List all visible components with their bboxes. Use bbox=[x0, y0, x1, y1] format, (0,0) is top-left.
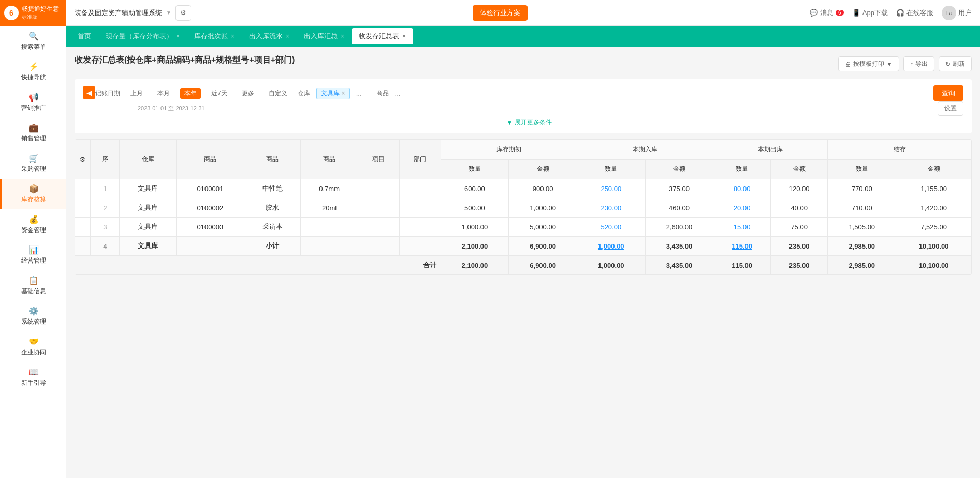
cell-open-amt: 6,900.00 bbox=[509, 237, 577, 256]
date-last-month[interactable]: 上月 bbox=[126, 88, 147, 99]
sidebar-item-finance[interactable]: 💰资金管理 bbox=[0, 209, 66, 240]
tab-close-batch[interactable]: × bbox=[231, 33, 235, 40]
cell-out-qty[interactable]: 20.00 bbox=[713, 198, 771, 218]
sidebar-item-cooperation[interactable]: 🤝企业协同 bbox=[0, 331, 66, 362]
cell-project bbox=[358, 179, 399, 198]
cell-close-qty: 710.00 bbox=[828, 198, 896, 218]
sidebar-icon-marketing: 📢 bbox=[28, 92, 39, 102]
tab-inout-flow[interactable]: 出入库流水× bbox=[242, 28, 297, 44]
online-service-button[interactable]: 🎧 在线客服 bbox=[896, 8, 933, 18]
sidebar-item-search[interactable]: 🔍搜索菜单 bbox=[0, 26, 66, 56]
footer-open-amt: 6,900.00 bbox=[509, 256, 577, 275]
sidebar-item-marketing[interactable]: 📢营销推广 bbox=[0, 87, 66, 118]
footer-out-qty: 115.00 bbox=[713, 256, 771, 275]
sidebar-item-operations[interactable]: 📊经营管理 bbox=[0, 240, 66, 270]
print-dropdown-icon: ▼ bbox=[886, 61, 893, 68]
sidebar-item-guide[interactable]: 📖新手引导 bbox=[0, 362, 66, 393]
cell-open-qty: 600.00 bbox=[441, 179, 509, 198]
warehouse-dots[interactable]: ... bbox=[356, 90, 362, 97]
cell-in-qty[interactable]: 1,000.00 bbox=[577, 237, 645, 256]
export-button[interactable]: ↑ 导出 bbox=[903, 56, 934, 71]
tab-close-inout-flow[interactable]: × bbox=[286, 33, 289, 40]
system-name: 装备及固定资产辅助管理系统 bbox=[75, 8, 162, 18]
page-title: 收发存汇总表(按仓库+商品编码+商品+规格型号+项目+部门) bbox=[75, 55, 295, 66]
sidebar-icon-guide: 📖 bbox=[28, 367, 39, 377]
cell-out-qty[interactable]: 15.00 bbox=[713, 218, 771, 237]
tab-inout-summary[interactable]: 出入库汇总× bbox=[297, 28, 352, 44]
cell-close-amt: 7,525.00 bbox=[896, 218, 972, 237]
tab-receive-summary[interactable]: 收发存汇总表× bbox=[352, 28, 413, 44]
date-custom[interactable]: 自定义 bbox=[265, 88, 291, 99]
cell-in-qty[interactable]: 250.00 bbox=[577, 179, 645, 198]
messages-button[interactable]: 💬 消息 6 bbox=[810, 8, 844, 18]
trial-button[interactable]: 体验行业方案 bbox=[473, 5, 528, 21]
warehouse-tag-close[interactable]: × bbox=[342, 90, 345, 97]
expand-conditions-button[interactable]: ▼ 展开更多条件 bbox=[507, 118, 552, 127]
tab-batch[interactable]: 库存批次账× bbox=[187, 28, 242, 44]
table-row: 1 文具库 0100001 中性笔 0.7mm 600.00 900.00 25… bbox=[75, 179, 972, 198]
date-this-month[interactable]: 本月 bbox=[153, 88, 174, 99]
cell-code: 0100002 bbox=[176, 198, 244, 218]
sidebar-item-purchase[interactable]: 🛒采购管理 bbox=[0, 148, 66, 179]
settings-button[interactable]: ⚙ bbox=[175, 5, 191, 21]
date-more[interactable]: 更多 bbox=[238, 88, 258, 99]
sidebar-label-purchase: 采购管理 bbox=[21, 165, 46, 173]
query-button[interactable]: 查询 bbox=[933, 85, 963, 101]
sidebar-item-inventory[interactable]: 📦库存核算 bbox=[0, 179, 66, 209]
goods-dots[interactable]: ... bbox=[395, 90, 401, 97]
date-last-7[interactable]: 近7天 bbox=[207, 88, 231, 99]
col-settings[interactable]: ⚙ bbox=[75, 140, 91, 179]
sidebar-label-sales: 销售管理 bbox=[21, 134, 46, 143]
cell-close-amt: 1,420.00 bbox=[896, 198, 972, 218]
settings-filter-button[interactable]: 设置 bbox=[938, 101, 963, 116]
logo-title: 畅捷通好生意 bbox=[22, 5, 59, 13]
cell-no: 2 bbox=[91, 198, 120, 218]
cell-project bbox=[358, 218, 399, 237]
col-no-header: 序 bbox=[91, 140, 120, 179]
print-button[interactable]: 🖨 按模板打印 ▼ bbox=[838, 56, 899, 71]
cell-in-qty[interactable]: 230.00 bbox=[577, 198, 645, 218]
sidebar-item-system[interactable]: ⚙️系统管理 bbox=[0, 301, 66, 331]
cell-open-qty: 2,100.00 bbox=[441, 237, 509, 256]
sidebar-label-search: 搜索菜单 bbox=[21, 42, 46, 51]
cell-out-amt: 235.00 bbox=[770, 237, 828, 256]
tab-label-receive-summary: 收发存汇总表 bbox=[359, 32, 399, 41]
tabbar: 首页现存量（库存分布表）×库存批次账×出入库流水×出入库汇总×收发存汇总表× bbox=[66, 26, 980, 47]
date-range-display: 2023-01-01 至 2023-12-31 bbox=[138, 105, 205, 112]
tab-close-receive-summary[interactable]: × bbox=[402, 33, 406, 40]
col-goods-spec-header: 商品 bbox=[301, 140, 358, 179]
date-label: 记账日期 bbox=[95, 89, 120, 98]
cell-in-amt: 460.00 bbox=[645, 198, 713, 218]
filter-collapse-button[interactable]: ◀ bbox=[83, 86, 95, 99]
tab-close-inventory-dist[interactable]: × bbox=[176, 33, 180, 40]
col-out-qty-header: 数量 bbox=[713, 160, 771, 179]
tab-home[interactable]: 首页 bbox=[70, 28, 98, 44]
sidebar-icon-basic-info: 📋 bbox=[28, 276, 39, 285]
app-download-button[interactable]: 📱 App下载 bbox=[852, 8, 888, 18]
sidebar-label-finance: 资金管理 bbox=[21, 226, 46, 235]
date-this-year[interactable]: 本年 bbox=[180, 88, 201, 99]
sidebar-item-quick-nav[interactable]: ⚡快捷导航 bbox=[0, 56, 66, 87]
col-in-header: 本期入库 bbox=[577, 140, 713, 160]
cell-in-qty[interactable]: 520.00 bbox=[577, 218, 645, 237]
sidebar-icon-sales: 💼 bbox=[28, 123, 39, 133]
col-close-qty-header: 数量 bbox=[828, 160, 896, 179]
cell-close-amt: 10,100.00 bbox=[896, 237, 972, 256]
col-out-amt-header: 金额 bbox=[770, 160, 828, 179]
cell-warehouse: 文具库 bbox=[120, 198, 176, 218]
col-goods-name-header: 商品 bbox=[244, 140, 301, 179]
sidebar-item-basic-info[interactable]: 📋基础信息 bbox=[0, 270, 66, 301]
user-menu[interactable]: Ea 用户 bbox=[942, 6, 972, 20]
cell-out-qty[interactable]: 115.00 bbox=[713, 237, 771, 256]
tab-inventory-dist[interactable]: 现存量（库存分布表）× bbox=[98, 28, 187, 44]
cell-dept bbox=[399, 218, 441, 237]
cell-code: 0100001 bbox=[176, 179, 244, 198]
sidebar-item-sales[interactable]: 💼销售管理 bbox=[0, 118, 66, 148]
refresh-button[interactable]: ↻ 刷新 bbox=[939, 56, 972, 71]
cell-close-qty: 2,985.00 bbox=[828, 237, 896, 256]
tab-close-inout-summary[interactable]: × bbox=[341, 33, 344, 40]
cell-no: 4 bbox=[91, 237, 120, 256]
cell-name: 采访本 bbox=[244, 218, 301, 237]
cell-spec: 0.7mm bbox=[301, 179, 358, 198]
cell-out-qty[interactable]: 80.00 bbox=[713, 179, 771, 198]
